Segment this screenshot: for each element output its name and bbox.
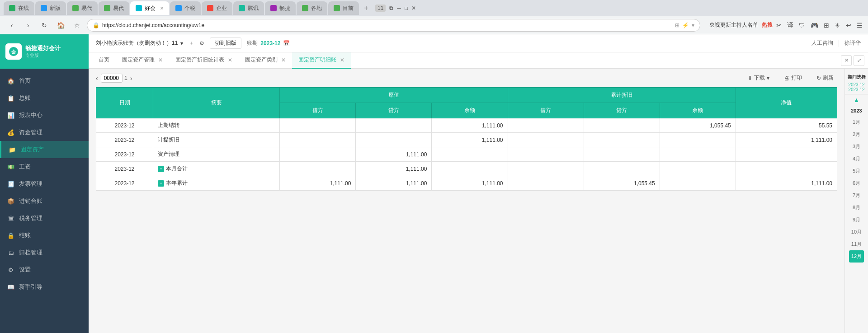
browser-tab-5[interactable]: 个税 <box>170 1 201 15</box>
new-tab-button[interactable]: + <box>360 2 373 14</box>
sidebar-item-funds[interactable]: 💰 资金管理 <box>0 124 89 141</box>
dropdown-icon[interactable]: ▾ <box>692 22 694 28</box>
grid-icon[interactable]: ⊞ <box>824 22 829 29</box>
close-tab-3[interactable]: ✕ <box>281 57 286 63</box>
browser-tab-1[interactable]: 新版 <box>35 1 66 15</box>
maximize-tab-btn[interactable]: ⤢ <box>854 55 864 66</box>
download-btn[interactable]: ⬇ 下载 ▾ <box>744 72 773 84</box>
sidebar-item-inventory[interactable]: 📦 进销台账 <box>0 192 89 210</box>
ledger-table: 日期 摘要 原值 累计折旧 净值 借方 贷方 余额 借方 <box>96 87 837 191</box>
close-tab-2[interactable]: ✕ <box>228 57 232 63</box>
back-button[interactable]: ‹ <box>5 19 18 32</box>
brightness-icon[interactable]: ☀ <box>835 22 840 29</box>
hot-search-label[interactable]: 热搜 <box>762 21 773 29</box>
period-month-item[interactable]: 4月 <box>849 153 863 165</box>
browser-tab-6[interactable]: 企业 <box>202 1 232 15</box>
divider <box>839 40 839 47</box>
period-selected-end: 2023.12 <box>847 87 866 92</box>
period-month-item[interactable]: 11月 <box>849 238 863 250</box>
next-page-btn[interactable]: › <box>130 75 132 82</box>
address-input[interactable]: 🔒 https://cloud.chanjet.com/accounting/u… <box>87 19 700 32</box>
account-selector[interactable]: 刘小艳演示账套（勿删勿动！）11 ▾ <box>96 39 183 47</box>
browser-tab-7[interactable]: 腾讯 <box>233 1 264 15</box>
sidebar-item-closing[interactable]: 🔒 结账 <box>0 227 89 244</box>
tab-count-badge: 11 <box>375 5 386 12</box>
page-tab-fixed-category[interactable]: 固定资产类别 ✕ <box>239 52 292 69</box>
sidebar-item-settings[interactable]: ⚙ 设置 <box>0 261 89 278</box>
history-icon[interactable]: ↩ <box>846 22 851 29</box>
tab-bar: 在线 新版 易代 易代 好会 ✕ 个税 企业 腾讯 <box>0 0 868 16</box>
period-month-item[interactable]: 6月 <box>849 177 863 189</box>
browser-tab-2[interactable]: 易代 <box>67 1 98 15</box>
browser-tab-3[interactable]: 易代 <box>99 1 129 15</box>
home-button[interactable]: 🏠 <box>54 19 67 32</box>
forward-button[interactable]: › <box>22 19 34 32</box>
main-content: 刘小艳演示账套（勿删勿动！）11 ▾ ＋ ⚙ 切到旧版 账期 2023-12 📅… <box>89 34 868 333</box>
browser-tab-10[interactable]: 目前 <box>328 1 359 15</box>
period-month-item[interactable]: 12月 <box>849 250 863 263</box>
settings-account-btn[interactable]: ⚙ <box>199 40 204 47</box>
maximize-btn[interactable]: □ <box>405 5 408 11</box>
period-month-item[interactable]: 8月 <box>849 202 863 214</box>
browser-tab-8[interactable]: 畅捷 <box>265 1 296 15</box>
translate-icon[interactable]: 译 <box>787 21 793 29</box>
orig-credit-cell <box>356 118 432 133</box>
bookmark-button[interactable]: ☆ <box>71 19 83 32</box>
user-name[interactable]: 徐译华 <box>844 39 861 47</box>
human-service-btn[interactable]: 人工咨询 <box>811 39 833 47</box>
refresh-btn[interactable]: ↻ 刷新 <box>813 72 837 84</box>
sidebar-item-archive[interactable]: 🗂 归档管理 <box>0 244 89 261</box>
page-tab-depreciation-stats[interactable]: 固定资产折旧统计表 ✕ <box>169 52 239 69</box>
period-selector[interactable]: 账期 2023-12 📅 <box>247 39 290 47</box>
close-tab-4[interactable]: ✕ <box>340 57 344 63</box>
close-tab-1[interactable]: ✕ <box>158 57 163 63</box>
period-month-item[interactable]: 5月 <box>849 165 863 177</box>
minimize-btn[interactable]: ─ <box>397 5 401 11</box>
sidebar-item-ledger[interactable]: 📋 总账 <box>0 89 89 107</box>
switch-version-button[interactable]: 切到旧版 <box>210 38 241 49</box>
period-month-item[interactable]: 10月 <box>849 226 863 238</box>
period-month-item[interactable]: 2月 <box>849 128 863 141</box>
print-btn[interactable]: 🖨 打印 <box>780 72 806 84</box>
sidebar-item-tax[interactable]: 🏛 税务管理 <box>0 210 89 227</box>
sidebar-item-invoice[interactable]: 🧾 发票管理 <box>0 175 89 192</box>
browser-tab-9[interactable]: 各地 <box>297 1 327 15</box>
browser-tab-close-4[interactable]: ✕ <box>160 6 164 11</box>
dep-debit-cell <box>508 147 584 162</box>
browser-tab-0[interactable]: 在线 <box>4 1 34 15</box>
payroll-icon: 💵 <box>7 163 14 170</box>
close-all-tabs-btn[interactable]: ✕ <box>841 55 852 66</box>
period-month-item[interactable]: 9月 <box>849 214 863 226</box>
shield-icon[interactable]: 🛡 <box>799 22 805 29</box>
page-number-input[interactable] <box>101 74 123 83</box>
page-tab-fixed-mgmt[interactable]: 固定资产管理 ✕ <box>116 52 169 69</box>
period-month-item[interactable]: 3月 <box>849 141 863 153</box>
period-month-item[interactable]: 1月 <box>849 116 863 128</box>
menu-icon[interactable]: ☰ <box>857 22 863 29</box>
scissors-icon[interactable]: ✂ <box>776 22 782 29</box>
settings-icon: ⚙ <box>7 266 14 273</box>
page-tab-home[interactable]: 首页 <box>92 52 116 69</box>
sidebar-item-payroll[interactable]: 💵 工资 <box>0 158 89 175</box>
net-value-cell <box>736 147 837 162</box>
scroll-up-btn[interactable]: ▲ <box>854 96 860 103</box>
prev-page-btn[interactable]: ‹ <box>96 75 98 82</box>
gamepad-icon[interactable]: 🎮 <box>811 22 818 29</box>
sidebar-item-guide[interactable]: 📖 新手引导 <box>0 278 89 295</box>
dep-balance-cell: 1,055.45 <box>660 118 736 133</box>
page-tab-detail-ledger[interactable]: 固定资产明细账 ✕ <box>292 52 351 69</box>
period-month-item[interactable]: 7月 <box>849 189 863 202</box>
add-account-btn[interactable]: ＋ <box>189 39 194 47</box>
browser-tab-4[interactable]: 好会 ✕ <box>130 1 169 15</box>
sidebar-item-fixed-assets[interactable]: 📁 固定资产 <box>0 141 89 158</box>
th-net-value: 净值 <box>736 88 837 118</box>
close-btn[interactable]: ✕ <box>411 5 416 11</box>
sidebar-item-reports[interactable]: 📊 报表中心 <box>0 107 89 124</box>
reload-button[interactable]: ↻ <box>38 19 51 32</box>
sidebar-item-home[interactable]: 🏠 首页 <box>0 72 89 89</box>
net-value-cell: 1,111.00 <box>736 133 837 147</box>
restore-btn[interactable]: ⧉ <box>389 5 393 11</box>
orig-credit-cell: 1,111.00 <box>356 147 432 162</box>
orig-credit-cell: 1,111.00 <box>356 176 432 191</box>
table-row: 2023-12 上期结转 1,111.00 1,055.45 55.55 <box>96 118 837 133</box>
